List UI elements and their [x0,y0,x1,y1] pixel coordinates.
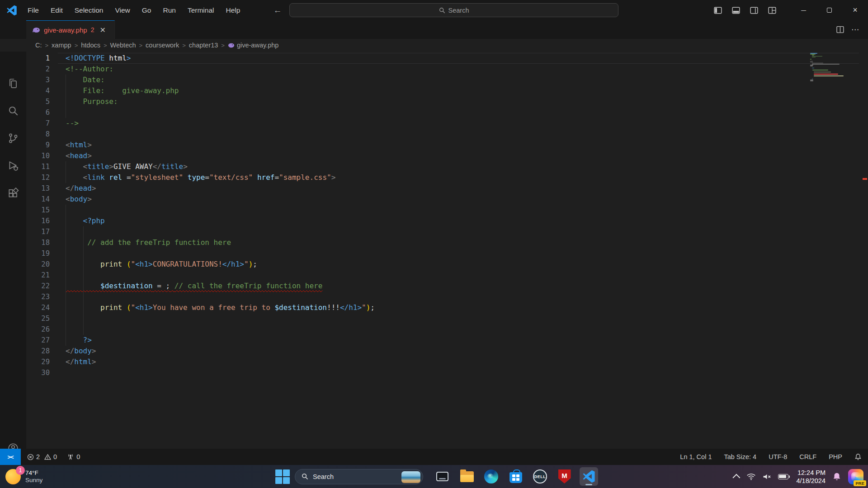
ports-indicator[interactable]: 0 [67,453,80,460]
tray-overflow-chevron-icon[interactable] [732,474,740,481]
close-button[interactable]: × [842,0,868,20]
breadcrumb-item[interactable]: C: [35,42,42,49]
tab-give-away-php[interactable]: give-away.php 2 ✕ [26,20,115,39]
code-line[interactable]: 8 [26,129,868,140]
code-line[interactable]: 10<head> [26,150,868,161]
copilot-pre-badge: PRE [854,480,866,486]
toggle-secondary-sidebar-icon[interactable] [747,4,761,17]
code-line[interactable]: 20 print ("<h1>CONGRATULATIONS!</h1>"); [26,259,868,270]
explorer-icon[interactable] [2,73,24,94]
cursor-position[interactable]: Ln 1, Col 1 [680,453,712,460]
code-line[interactable]: 29</html> [26,357,868,367]
code-line[interactable]: 4 File: give-away.php [26,85,868,96]
menu-file[interactable]: File [23,4,44,17]
taskbar-app-mcafee[interactable]: M [555,467,574,486]
battery-icon[interactable] [778,474,790,479]
code-line[interactable]: 15 [26,205,868,216]
notifications-bell-icon[interactable] [854,453,862,460]
code-line[interactable]: 14<body> [26,194,868,205]
source-control-icon[interactable] [2,127,24,149]
code-line[interactable]: 18 // add the freeTrip function here [26,237,868,248]
menu-run[interactable]: Run [158,4,180,17]
menu-go[interactable]: Go [137,4,156,17]
code-line[interactable]: 19 [26,248,868,259]
indentation[interactable]: Tab Size: 4 [724,453,756,460]
breadcrumb-item[interactable]: Webtech [110,42,136,49]
taskbar-app-vscode[interactable] [580,467,598,486]
code-line[interactable]: 28</body> [26,346,868,357]
menu-terminal[interactable]: Terminal [183,4,219,17]
menu-help[interactable]: Help [221,4,245,17]
extensions-icon[interactable] [2,183,24,204]
taskbar-app-dell[interactable]: DELL [531,467,549,486]
overview-ruler[interactable] [861,52,868,449]
toggle-sidebar-icon[interactable] [711,4,725,17]
language-mode[interactable]: PHP [829,453,842,460]
taskbar-search[interactable]: Search [295,469,423,484]
code-line[interactable]: 1<!DOCTYPE html> [26,53,868,64]
code-line[interactable]: 24 print ("<h1>You have won a free trip … [26,302,868,313]
taskbar-app-store[interactable] [506,467,525,486]
menu-selection[interactable]: Selection [70,4,108,17]
breadcrumb-file[interactable]: give-away.php [228,42,278,49]
notifications-icon[interactable] [832,472,842,482]
chevron-right-icon: > [104,42,107,49]
minimize-button[interactable]: ─ [791,0,816,20]
tab-close-icon[interactable]: ✕ [99,26,105,34]
more-actions-icon[interactable]: ⋯ [851,25,859,34]
run-debug-icon[interactable] [2,155,24,177]
code-line[interactable]: 27 ?> [26,335,868,346]
breadcrumb-item[interactable]: chapter13 [189,42,218,49]
code-line[interactable]: 23 [26,291,868,302]
code-line[interactable]: 5 Purpose: [26,96,868,107]
minimap[interactable] [810,52,861,83]
code-line[interactable]: 16 <?php [26,216,868,226]
code-line[interactable]: 6 [26,107,868,118]
taskbar-app-file-explorer[interactable] [458,467,476,486]
eol-sequence[interactable]: CRLF [799,453,816,460]
search-sidebar-icon[interactable] [2,100,24,122]
code-line[interactable]: 25 [26,313,868,324]
split-editor-icon[interactable] [836,26,844,33]
start-button[interactable] [275,469,290,484]
code-line[interactable]: 21 [26,270,868,281]
code-line[interactable]: 22 $destination = ; // call the freeTrip… [26,281,868,291]
code-line[interactable]: 26 [26,324,868,335]
breadcrumb-item[interactable]: htdocs [81,42,100,49]
maximize-button[interactable] [816,0,842,20]
taskbar-app-edge[interactable] [482,467,500,486]
back-arrow-icon[interactable]: ← [273,5,282,15]
vscode-logo-icon [6,5,17,16]
encoding[interactable]: UTF-8 [769,453,787,460]
code-line[interactable]: 11 <title>GIVE AWAY</title> [26,161,868,172]
problems-indicator[interactable]: 2 0 [27,453,57,460]
code-line[interactable]: 17 [26,226,868,237]
customize-layout-icon[interactable] [765,4,779,17]
warning-count: 0 [53,453,57,460]
code-line[interactable]: 12 <link rel ="stylesheet" type="text/cs… [26,172,868,183]
code-line[interactable]: 13</head> [26,183,868,194]
system-clock[interactable]: 12:24 PM 4/18/2024 [796,469,826,485]
code-line[interactable]: 2<!--Author: [26,64,868,75]
code-line[interactable]: 30 [26,367,868,378]
title-bar: File Edit Selection View Go Run Terminal… [0,0,868,20]
tab-bar: give-away.php 2 ✕ ⋯ [0,20,868,39]
toggle-panel-icon[interactable] [729,4,743,17]
code-editor[interactable]: 1<!DOCTYPE html>2<!--Author:3 Date:4 Fil… [26,52,868,449]
breadcrumb-item[interactable]: coursework [146,42,179,49]
command-center-search[interactable]: Search [289,3,618,17]
copilot-icon[interactable]: PRE [848,469,863,484]
code-line[interactable]: 9<html> [26,140,868,150]
code-line[interactable]: 3 Date: [26,75,868,85]
weather-widget[interactable]: 1 74°F Sunny [5,469,42,484]
wifi-icon[interactable] [746,473,756,481]
breadcrumb-item[interactable]: xampp [52,42,71,49]
taskbar-app-task-view[interactable] [433,467,452,486]
menu-view[interactable]: View [110,4,135,17]
volume-muted-icon[interactable] [762,473,772,481]
time: 12:24 PM [796,469,826,477]
remote-indicator[interactable]: >< [0,449,21,465]
search-highlight-thumbnail[interactable] [401,471,420,483]
code-line[interactable]: 7--> [26,118,868,129]
menu-edit[interactable]: Edit [46,4,68,17]
